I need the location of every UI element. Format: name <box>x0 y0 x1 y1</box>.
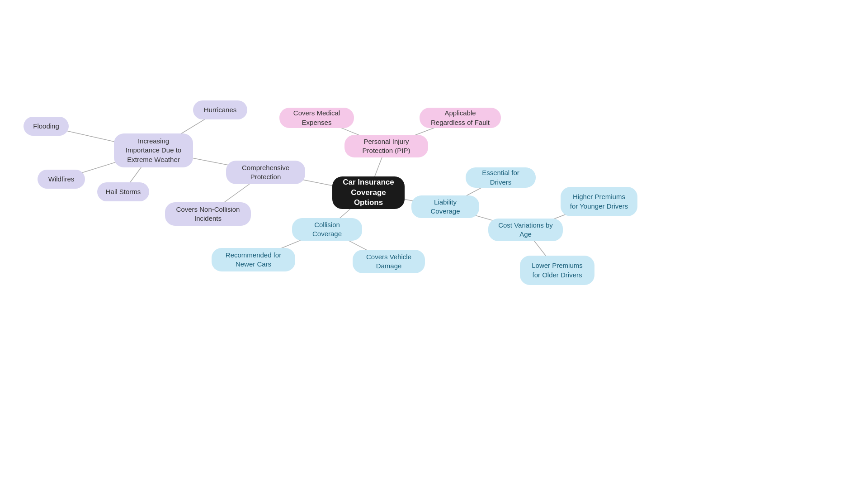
hail_storms-node: Hail Storms <box>97 182 149 201</box>
wildfires-node: Wildfires <box>38 170 85 189</box>
hurricanes-node: Hurricanes <box>193 100 247 119</box>
covers_vehicle_damage-node: Covers Vehicle Damage <box>353 250 425 273</box>
covers_non_collision-node: Covers Non-Collision Incidents <box>165 202 251 226</box>
flooding-node: Flooding <box>24 117 69 136</box>
lower_premiums-node: Lower Premiums for Older Drivers <box>520 256 594 285</box>
higher_premiums-node: Higher Premiums for Younger Drivers <box>561 187 637 216</box>
recommended_newer-node: Recommended for Newer Cars <box>212 248 295 271</box>
center-node: Car Insurance Coverage Options <box>332 176 405 209</box>
comprehensive_protection-node: Comprehensive Protection <box>226 161 305 184</box>
liability_coverage-node: Liability Coverage <box>411 195 479 218</box>
increasing_importance-node: Increasing Importance Due to Extreme Wea… <box>114 133 193 167</box>
applicable_fault-node: Applicable Regardless of Fault <box>420 108 501 128</box>
pip-node: Personal Injury Protection (PIP) <box>344 135 428 157</box>
essential_drivers-node: Essential for Drivers <box>466 167 536 188</box>
collision_coverage-node: Collision Coverage <box>292 218 362 241</box>
cost_variations-node: Cost Variations by Age <box>488 219 563 241</box>
center-label: Car Insurance Coverage Options <box>339 177 398 209</box>
covers_medical-node: Covers Medical Expenses <box>279 108 354 128</box>
